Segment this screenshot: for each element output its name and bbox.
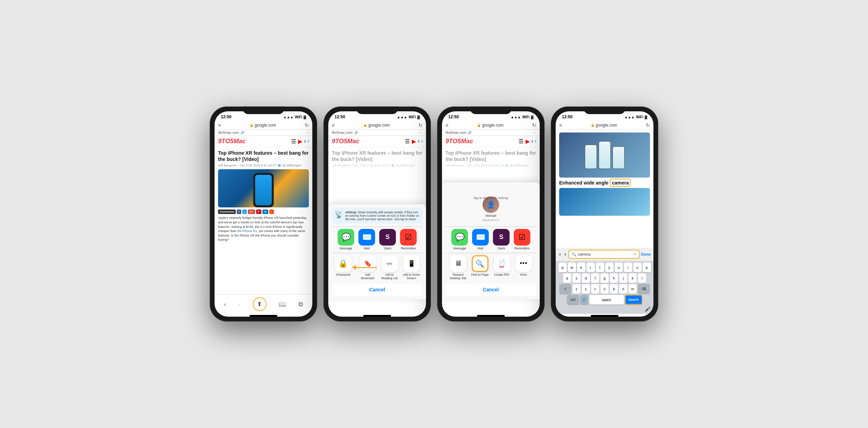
share-apps-3[interactable]: 💬 Message ✉️ Mail S Slack ☑: [445, 229, 536, 250]
share-app-slack-2[interactable]: S Slack: [379, 229, 396, 250]
xs-link[interactable]: the iPhone XS: [237, 229, 257, 233]
find-nav-4[interactable]: ∧ ∨: [558, 252, 567, 257]
share-actions-3[interactable]: 🖥 Request Desktop Site 🔍 Find on Page 📄P…: [445, 255, 536, 280]
1password-icon-2[interactable]: 🔒: [335, 255, 351, 272]
nav-tw-icon-2[interactable]: t: [422, 139, 423, 143]
find-done-button[interactable]: Done: [641, 252, 651, 256]
menu-icon-2[interactable]: ≡: [332, 122, 335, 128]
more-dots-1[interactable]: ⋯: [305, 131, 309, 135]
key-delete[interactable]: ⌫: [638, 284, 650, 294]
action-homescreen-2[interactable]: 📱 Add to Home Screen: [402, 255, 421, 280]
nav-tw-icon-3[interactable]: t: [535, 139, 536, 143]
search-button-4[interactable]: Search: [625, 295, 642, 305]
tabs-button-1[interactable]: ⧉: [298, 301, 303, 308]
action-desktop-3[interactable]: 🖥 Request Desktop Site: [449, 255, 468, 280]
key-m[interactable]: m: [628, 284, 637, 294]
find-input-text[interactable]: camera: [578, 252, 632, 256]
url-bar-4[interactable]: 🔒 google.com: [562, 123, 646, 128]
share-app-reminders-2[interactable]: ☑ Reminders: [400, 229, 417, 250]
key-d[interactable]: d: [582, 273, 590, 283]
comments-btn[interactable]: Comments: [218, 209, 236, 214]
find-input-4[interactable]: 🔍 camera ✕: [568, 250, 640, 259]
key-a[interactable]: a: [563, 273, 571, 283]
cancel-button-3[interactable]: Cancel: [445, 283, 536, 296]
share-app-message-2[interactable]: 💬 Message: [338, 229, 354, 250]
fb-btn[interactable]: f: [237, 209, 241, 214]
desktop-icon-3[interactable]: 🖥: [450, 255, 467, 272]
g-btn[interactable]: G+: [248, 209, 255, 214]
key-z[interactable]: z: [572, 284, 581, 294]
key-h[interactable]: h: [610, 273, 618, 283]
browser-bar-4[interactable]: ≡ 🔒 google.com ↻: [556, 121, 653, 130]
share-app-mail-2[interactable]: ✉️ Mail: [358, 229, 375, 250]
share-sheet-3[interactable]: Tap to share with AirDrop 👤 Michael MacB…: [442, 182, 540, 299]
menu-icon-4[interactable]: ≡: [559, 122, 562, 128]
pdf-icon-3[interactable]: 📄PDF: [494, 255, 510, 272]
reminders-icon-3[interactable]: ☑: [514, 229, 530, 246]
action-readinglist-2[interactable]: 👓 Add to Reading List: [380, 255, 399, 280]
refresh-icon-2[interactable]: ↻: [418, 122, 423, 128]
key-f[interactable]: f: [591, 273, 599, 283]
share-app-slack-3[interactable]: S Slack: [493, 229, 510, 250]
nav-yt-icon-3[interactable]: ▶: [526, 138, 530, 145]
url-bar-2[interactable]: 🔒 google.com: [335, 123, 418, 128]
nav-up-icon[interactable]: ∧: [558, 252, 562, 257]
menu-icon-3[interactable]: ≡: [445, 122, 448, 128]
key-b[interactable]: b: [610, 284, 618, 294]
key-r[interactable]: r: [587, 263, 595, 272]
nav-yt-icon-2[interactable]: ▶: [412, 138, 416, 145]
slack-icon-2[interactable]: S: [379, 229, 396, 246]
pin-btn[interactable]: P: [256, 209, 261, 214]
nav-fb-icon-1[interactable]: f: [304, 139, 306, 144]
key-n[interactable]: n: [619, 284, 627, 294]
find-clear-icon[interactable]: ✕: [633, 252, 636, 257]
nav-tw-icon-1[interactable]: t: [308, 139, 309, 143]
share-app-reminders-3[interactable]: ☑ Reminders: [514, 229, 530, 250]
key-k[interactable]: k: [628, 273, 637, 283]
key-c[interactable]: c: [591, 284, 599, 294]
readinglist-icon-2[interactable]: 👓: [381, 255, 398, 272]
li-btn[interactable]: in: [262, 209, 268, 214]
share-button-1[interactable]: ⬆: [253, 297, 267, 311]
mail-icon-2[interactable]: ✉️: [358, 229, 375, 246]
nav-down-icon[interactable]: ∨: [564, 252, 567, 257]
key-x[interactable]: x: [582, 284, 590, 294]
refresh-icon-1[interactable]: ↻: [305, 122, 309, 128]
key-y[interactable]: y: [605, 263, 614, 272]
tw-btn[interactable]: t: [242, 209, 247, 214]
key-q[interactable]: q: [558, 263, 567, 272]
key-s[interactable]: s: [572, 273, 581, 283]
browser-bar-2[interactable]: ≡ 🔒 google.com ↻: [328, 121, 426, 130]
browser-bar-1[interactable]: ≡ 🔒 google.com ↻: [215, 121, 312, 130]
key-o[interactable]: o: [633, 263, 642, 272]
action-findonpage-3[interactable]: 🔍 Find on Page: [470, 255, 489, 280]
rd-btn[interactable]: r: [269, 209, 274, 214]
key-shift[interactable]: ⇧: [559, 284, 571, 294]
message-icon-3[interactable]: 💬: [451, 229, 468, 246]
browser-bar-3[interactable]: ≡ 🔒 google.com ↻: [442, 121, 540, 130]
slack-icon-3[interactable]: S: [493, 229, 510, 246]
key-l[interactable]: l: [638, 273, 646, 283]
refresh-icon-4[interactable]: ↻: [646, 122, 650, 128]
more-icon-3[interactable]: •••: [515, 255, 532, 272]
key-u[interactable]: u: [615, 263, 623, 272]
key-i[interactable]: i: [624, 263, 632, 272]
homescreen-icon-2[interactable]: 📱: [403, 255, 420, 272]
key-globe[interactable]: 🌐: [580, 295, 588, 305]
findonpage-icon-3[interactable]: 🔍: [472, 255, 488, 272]
mic-icon[interactable]: 🎤: [645, 306, 651, 312]
nav-menu-icon-2[interactable]: ☰: [405, 138, 410, 145]
key-v[interactable]: v: [600, 284, 609, 294]
key-123[interactable]: 123: [567, 295, 579, 305]
action-1password-2[interactable]: 🔒 1Password: [333, 255, 353, 280]
message-icon-2[interactable]: 💬: [338, 229, 354, 246]
bottom-toolbar-1[interactable]: ‹ › ⬆ 📖 ⧉: [215, 294, 312, 314]
share-sheet-2[interactable]: 📡 AirDrop. Share instantly with people n…: [328, 204, 426, 299]
reminders-icon-2[interactable]: ☑: [400, 229, 417, 246]
forward-button-1[interactable]: ›: [238, 301, 241, 308]
find-bar-4[interactable]: ∧ ∨ 🔍 camera ✕ Done: [556, 248, 653, 261]
action-more-3[interactable]: ••• More: [514, 255, 533, 280]
cancel-button-2[interactable]: Cancel: [332, 283, 423, 296]
key-space[interactable]: space: [589, 295, 624, 305]
nav-menu-icon-1[interactable]: ☰: [291, 138, 296, 145]
